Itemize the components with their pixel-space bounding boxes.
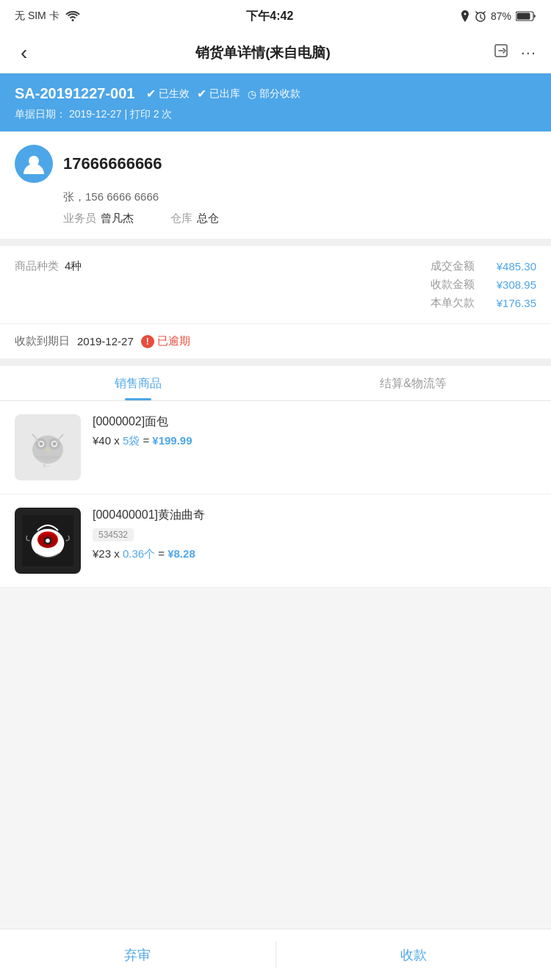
- order-number: SA-20191227-001: [15, 85, 134, 102]
- warehouse-value: 总仓: [197, 212, 219, 226]
- badge-effective-label: 已生效: [159, 87, 190, 101]
- salesperson-label: 业务员: [63, 212, 96, 226]
- total-1: ¥199.99: [152, 434, 192, 447]
- kind-label: 商品种类: [15, 259, 59, 273]
- no-sim-text: 无 SIM 卡: [15, 10, 60, 23]
- product-thumb-2: [15, 508, 81, 574]
- order-date: 单据日期： 2019-12-27 | 打印 2 次: [15, 108, 536, 121]
- back-button[interactable]: ‹: [15, 35, 33, 71]
- product-price-2: ¥23 x 0.36个 = ¥8.28: [93, 547, 536, 561]
- tab-sales-products[interactable]: 销售商品: [0, 366, 276, 400]
- product-tag-2: 534532: [93, 528, 134, 541]
- nav-bar: ‹ 销货单详情(来自电脑) ···: [0, 32, 551, 73]
- divider-1: [0, 239, 551, 246]
- salesperson-meta: 业务员 曾凡杰: [63, 212, 134, 226]
- battery-icon: [516, 11, 536, 21]
- tab-settlement-label: 结算&物流等: [380, 377, 447, 389]
- svg-rect-2: [516, 13, 530, 20]
- transaction-label: 成交金额: [431, 259, 475, 273]
- overdue-icon: !: [141, 335, 154, 348]
- status-left: 无 SIM 卡: [15, 10, 80, 23]
- tabs-divider: [0, 359, 551, 366]
- print-info: | 打印 2 次: [124, 108, 172, 120]
- wifi-icon: [65, 11, 80, 21]
- tab-sales-label: 销售商品: [115, 377, 162, 389]
- product-item-2: [000400001]黄油曲奇 534532 ¥23 x 0.36个 = ¥8.…: [0, 494, 551, 588]
- unit-price-2: ¥23: [93, 547, 111, 560]
- svg-text:鲁+: 鲁+: [43, 464, 50, 468]
- product-thumb-1: 鲁+: [15, 414, 81, 480]
- product-info-1: [0000002]面包 ¥40 x 5袋 = ¥199.99: [93, 414, 536, 448]
- collect-label: 收款: [400, 946, 427, 964]
- product-item-1: 鲁+ [0000002]面包 ¥40 x 5袋 = ¥199.99: [0, 401, 551, 494]
- kind-value: 4种: [65, 259, 82, 273]
- debt-label: 本单欠款: [431, 296, 475, 310]
- status-time: 下午4:42: [246, 9, 293, 24]
- product-name-1: [0000002]面包: [93, 414, 536, 430]
- warehouse-meta: 仓库 总仓: [170, 212, 219, 226]
- debt-amount: ¥176.35: [497, 297, 536, 309]
- alarm-icon: [475, 10, 486, 22]
- bottom-spacer: [0, 588, 551, 646]
- badge-partial: ◷ 部分收款: [248, 87, 300, 101]
- date-label: 单据日期：: [15, 108, 66, 120]
- share-button[interactable]: [493, 43, 509, 62]
- svg-point-11: [53, 442, 57, 446]
- equals-1: =: [143, 434, 152, 447]
- cancel-review-button[interactable]: 弃审: [0, 929, 276, 980]
- product-image-2: [22, 515, 73, 566]
- multiply-2: x: [114, 547, 123, 560]
- status-right: 87%: [460, 10, 536, 22]
- order-badges: ✔ 已生效 ✔ 已出库 ◷ 部分收款: [146, 87, 300, 101]
- summary-left: 商品种类 4种: [15, 259, 82, 273]
- page-title: 销货单详情(来自电脑): [33, 43, 492, 62]
- clock-icon: ◷: [248, 88, 256, 100]
- unit-price-1: ¥40: [93, 434, 111, 447]
- location-icon: [460, 10, 470, 22]
- total-2: ¥8.28: [168, 547, 195, 560]
- badge-shipped-label: 已出库: [209, 87, 240, 101]
- customer-section: 17666666666 张，156 6666 6666 业务员 曾凡杰 仓库 总…: [0, 131, 551, 239]
- transaction-amount-row: 成交金额 ¥485.30: [431, 259, 536, 273]
- cancel-label: 弃审: [124, 946, 151, 964]
- product-name-2: [000400001]黄油曲奇: [93, 508, 536, 523]
- product-info-2: [000400001]黄油曲奇 534532 ¥23 x 0.36个 = ¥8.…: [93, 508, 536, 561]
- customer-name-phone: 张，156 6666 6666: [63, 190, 536, 204]
- product-price-1: ¥40 x 5袋 = ¥199.99: [93, 434, 536, 448]
- due-section: 收款到期日 2019-12-27 ! 已逾期: [0, 323, 551, 359]
- overdue-badge: ! 已逾期: [141, 334, 190, 348]
- customer-meta: 业务员 曾凡杰 仓库 总仓: [15, 212, 536, 226]
- qty-1: 5袋: [123, 434, 140, 447]
- check-icon-shipped: ✔: [197, 87, 206, 101]
- status-bar: 无 SIM 卡 下午4:42 87%: [0, 0, 551, 32]
- svg-point-19: [46, 538, 50, 543]
- warehouse-label: 仓库: [170, 212, 192, 226]
- badge-effective: ✔ 已生效: [146, 87, 190, 101]
- collect-amount-row: 收款金额 ¥308.95: [431, 278, 536, 292]
- check-icon-effective: ✔: [146, 87, 156, 101]
- salesperson-value: 曾凡杰: [101, 212, 134, 226]
- qty-2: 0.36个: [123, 547, 155, 560]
- collect-amount: ¥308.95: [497, 278, 536, 291]
- equals-2: =: [158, 547, 168, 560]
- tab-settlement[interactable]: 结算&物流等: [276, 366, 551, 400]
- collect-button[interactable]: 收款: [276, 929, 552, 980]
- overdue-text: 已逾期: [157, 334, 190, 348]
- debt-amount-row: 本单欠款 ¥176.35: [431, 296, 536, 310]
- order-date-value: 2019-12-27: [69, 108, 122, 120]
- collect-label: 收款金额: [431, 278, 475, 292]
- summary-section: 商品种类 4种 成交金额 ¥485.30 收款金额 ¥308.95 本单欠款 ¥…: [0, 246, 551, 323]
- transaction-amount: ¥485.30: [497, 260, 536, 273]
- multiply-1: x: [114, 434, 123, 447]
- badge-shipped: ✔ 已出库: [197, 87, 240, 101]
- more-button[interactable]: ···: [521, 43, 536, 62]
- product-list: 鲁+ [0000002]面包 ¥40 x 5袋 = ¥199.99: [0, 401, 551, 588]
- customer-phone: 17666666666: [63, 154, 162, 173]
- order-header: SA-20191227-001 ✔ 已生效 ✔ 已出库 ◷ 部分收款 单据日期：…: [0, 73, 551, 131]
- nav-actions: ···: [493, 43, 536, 62]
- battery-percent: 87%: [491, 10, 511, 22]
- svg-point-10: [40, 442, 43, 446]
- due-label: 收款到期日: [15, 334, 70, 348]
- due-date-value: 2019-12-27: [77, 335, 134, 347]
- bottom-bar: 弃审 收款: [0, 929, 551, 980]
